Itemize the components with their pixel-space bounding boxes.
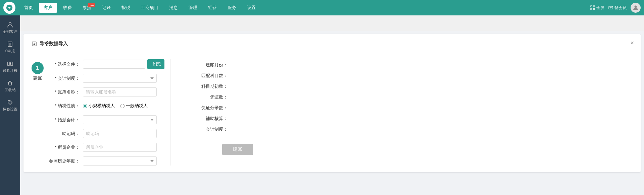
sidebar-item-trash[interactable]: 回收站	[1, 77, 19, 95]
sidebar-item-all-customers[interactable]: 全部客户	[1, 19, 19, 37]
sidebar-item-migrate[interactable]: 账套迁移	[1, 58, 19, 76]
sidebar-item-declare[interactable]: 0申报	[1, 38, 19, 56]
tax-option2-label[interactable]: 一般纳税人	[120, 103, 148, 109]
build-label-left: 建账	[33, 75, 42, 81]
nav-item-消息[interactable]: 消息	[164, 3, 183, 13]
ledger-label: * 账簿名称：	[49, 89, 81, 95]
voucher-entries-value	[231, 106, 291, 110]
match-subjects-value	[231, 74, 291, 77]
nav-item-管理[interactable]: 管理	[184, 3, 202, 13]
memo-label: 助记码：	[49, 131, 81, 137]
sidebar-label: 账套迁移	[3, 68, 17, 73]
app-logo	[3, 2, 15, 14]
panel-title: 导爷数据导入	[40, 41, 68, 47]
accounting-system-label: 会计制度：	[184, 126, 229, 132]
svg-rect-9	[7, 62, 10, 65]
accountant-select[interactable]	[83, 115, 157, 124]
build-month-value	[231, 63, 291, 67]
nav-item-经营[interactable]: 经营	[203, 3, 221, 13]
nav-item-首页[interactable]: 首页	[19, 3, 38, 13]
period-initial-label: 科目期初数：	[184, 83, 229, 89]
tax-small-radio[interactable]	[83, 104, 87, 108]
svg-rect-1	[591, 6, 592, 7]
import-panel: 导爷数据导入 × 1 建账 * 选择文件： +浏览 * 会计制度：	[23, 34, 641, 172]
svg-rect-4	[593, 8, 595, 10]
period-initial-value	[231, 85, 291, 88]
right-info-grid: 建账月份： 匹配科目数： 科目期初数： 凭证数： 凭证分录数： 辅助核	[184, 59, 291, 155]
user-icon	[7, 21, 13, 28]
history-label: 参照历史年度：	[49, 158, 81, 164]
history-year-select[interactable]	[83, 156, 157, 166]
migrate-icon	[7, 60, 13, 67]
tax-option1-label[interactable]: 小规模纳税人	[83, 103, 115, 109]
member-btn[interactable]: 畅会员	[608, 5, 627, 11]
voucher-count-label: 凭证数：	[184, 94, 229, 100]
user-avatar[interactable]	[631, 3, 641, 13]
fullscreen-btn[interactable]: 全屏	[590, 5, 604, 11]
tax-label: * 纳税性质：	[49, 103, 81, 109]
tag-icon	[7, 99, 13, 106]
nav-item-记账[interactable]: 记账	[97, 3, 115, 13]
navbar-right: 全屏 畅会员	[590, 3, 641, 13]
form-area: 1 建账 * 选择文件： +浏览 * 会计制度：	[32, 59, 633, 166]
ledger-input[interactable]	[83, 87, 157, 96]
accounting-label: * 会计制度：	[49, 75, 81, 81]
tax-general-radio[interactable]	[120, 104, 125, 108]
build-account-button[interactable]: 建账	[222, 144, 253, 155]
voucher-count-value	[231, 95, 291, 99]
browse-button[interactable]: +浏览	[147, 59, 164, 69]
match-subjects-label: 匹配科目数：	[184, 73, 229, 79]
file-label: * 选择文件：	[49, 61, 81, 67]
accountant-label: * 指派会计：	[49, 117, 81, 123]
nav-item-收费[interactable]: 收费	[58, 3, 77, 13]
nav-item-服务[interactable]: 服务	[223, 3, 241, 13]
nav-item-客户[interactable]: 客户	[39, 3, 57, 13]
panel-header: 导爷数据导入	[32, 41, 633, 51]
nav-items: 首页客户收费票据new记账报税工商项目消息管理经营服务设置	[19, 3, 590, 13]
right-panel: 建账月份： 匹配科目数： 科目期初数： 凭证数： 凭证分录数： 辅助核	[184, 59, 291, 166]
step-badge: 1	[32, 62, 44, 74]
accounting-select[interactable]	[83, 74, 157, 83]
tax-radio-group: 小规模纳税人 一般纳税人	[83, 101, 157, 111]
file-row: +浏览	[83, 59, 157, 69]
nav-item-设置[interactable]: 设置	[242, 3, 260, 13]
voucher-entries-label: 凭证分录数：	[184, 105, 229, 111]
svg-rect-3	[591, 8, 592, 10]
nav-item-票据[interactable]: 票据new	[78, 3, 96, 13]
nav-item-报税[interactable]: 报税	[117, 3, 135, 13]
sidebar-label: 回收站	[5, 87, 16, 92]
memo-input[interactable]	[83, 129, 157, 138]
sidebar-label: 全部客户	[3, 29, 17, 34]
sidebar: 全部客户 0申报 账套迁移 回收站 标签设置	[0, 15, 20, 195]
aux-accounting-label: 辅助核算：	[184, 116, 229, 122]
company-input[interactable]	[83, 143, 157, 152]
nav-badge-new: new	[88, 3, 95, 7]
sidebar-label: 标签设置	[3, 107, 17, 112]
sidebar-item-tags[interactable]: 标签设置	[1, 96, 19, 115]
form-grid: * 选择文件： +浏览 * 会计制度： * 账簿名称：	[49, 59, 157, 166]
fullscreen-label: 全屏	[596, 5, 604, 11]
sidebar-label: 0申报	[5, 49, 15, 54]
company-label: * 所属企业：	[49, 144, 81, 150]
svg-point-6	[635, 6, 637, 8]
trash-icon	[7, 80, 13, 86]
navbar: 首页客户收费票据new记账报税工商项目消息管理经营服务设置 全屏 畅会员	[0, 0, 644, 15]
file-input[interactable]	[83, 60, 145, 69]
tax-option1-text: 小规模纳税人	[89, 103, 115, 109]
build-btn-wrap: 建账	[184, 140, 291, 155]
svg-rect-2	[593, 6, 595, 7]
separator	[170, 59, 170, 166]
aux-accounting-value	[231, 117, 291, 120]
nav-item-工商项目[interactable]: 工商项目	[136, 3, 163, 13]
form-left: 1 建账 * 选择文件： +浏览 * 会计制度：	[32, 59, 157, 166]
build-month-label: 建账月份：	[184, 62, 229, 68]
import-icon	[32, 41, 37, 47]
svg-point-11	[9, 102, 10, 102]
tax-option2-text: 一般纳税人	[126, 103, 148, 109]
panel-close-btn[interactable]: ×	[630, 40, 634, 47]
main-content: 导爷数据导入 × 1 建账 * 选择文件： +浏览 * 会计制度：	[20, 31, 644, 195]
member-label: 畅会员	[614, 5, 627, 11]
declare-icon	[7, 41, 13, 48]
accounting-system-value	[231, 128, 291, 131]
